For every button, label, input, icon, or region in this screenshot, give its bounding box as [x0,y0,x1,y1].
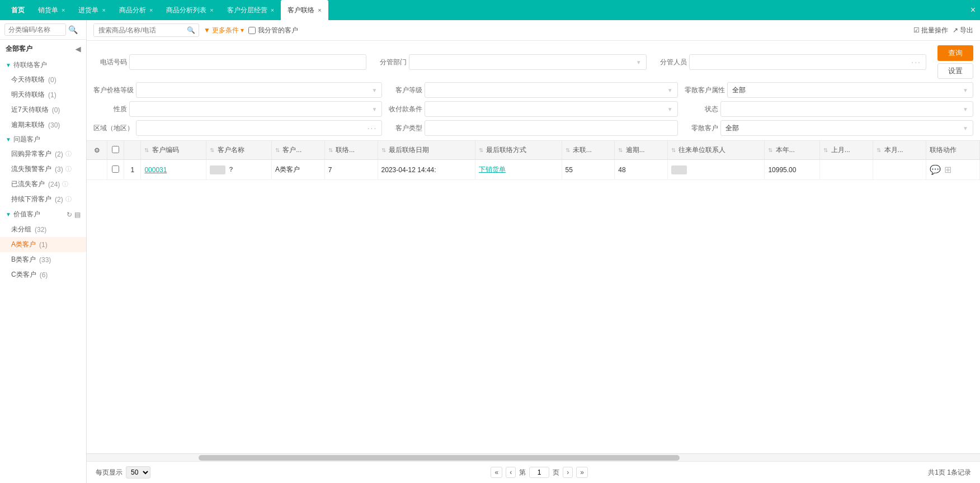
col-code: ⇅ 客户编码 [141,141,206,160]
today-label: 今天待联络 [11,75,45,84]
row-chat-icon[interactable]: 💬 [930,164,941,175]
col-type-label: 客户... [282,146,301,154]
sidebar-item-b-class[interactable]: B类客户 (33) [0,252,86,267]
row-last-date-cell: 2023-04-12 14:44: [378,160,475,180]
filter-search-icon[interactable]: 🔍 [183,24,199,36]
my-customers-checkbox[interactable] [248,27,256,34]
payment-input[interactable]: ▼ [425,101,677,117]
row-year-amount: 10995.00 [768,166,796,174]
nav-tab-sales[interactable]: 销货单 × [31,0,72,20]
filter-search-input[interactable] [94,24,183,36]
phone-input[interactable] [129,54,366,70]
per-page-select[interactable]: 50 [126,466,150,479]
col-settings[interactable]: ⚙ [87,141,107,160]
sidebar-item-churned[interactable]: 已流失客户 (24) ⓘ [0,177,86,192]
row-code[interactable]: 000031 [144,166,167,174]
abnormal-info-icon[interactable]: ⓘ [65,150,72,158]
row-type: A类客户 [275,165,300,173]
a-class-count: (1) [39,241,48,249]
churn-warning-info-icon[interactable]: ⓘ [65,165,72,173]
first-page-btn[interactable]: « [491,467,502,478]
pending-contact-group[interactable]: ▼ 待联络客户 [0,58,86,72]
churned-label: 已流失客户 [11,179,45,189]
sidebar-collapse-icon[interactable]: ◀ [76,45,81,53]
col-biz-contact-label: 往来单位联系人 [679,146,725,154]
customer-type-input[interactable] [425,120,677,136]
page-nav: « ‹ 第 页 › » [491,467,587,478]
close-analysis-icon[interactable]: × [149,7,153,13]
price-level-input[interactable]: ▼ [136,82,382,98]
sidebar-item-today[interactable]: 今天待联络 (0) [0,72,86,87]
value-refresh-icon[interactable]: ↻ [67,211,72,219]
page-number-input[interactable] [529,467,549,478]
nav-tab-home[interactable]: 首页 [4,0,31,20]
value-group-actions[interactable]: ↻ ▤ [67,211,81,219]
prev-page-btn[interactable]: ‹ [506,467,516,478]
sidebar-item-c-class[interactable]: C类客户 (6) [0,267,86,282]
close-customer-seg-icon[interactable]: × [271,7,274,13]
export-btn[interactable]: ↗ 导出 [953,26,973,35]
customer-level-input[interactable]: ▼ [425,82,677,98]
row-num-cell: 1 [124,160,141,180]
select-all-checkbox[interactable] [112,146,119,153]
sidebar-item-declining[interactable]: 持续下滑客户 (2) ⓘ [0,192,86,207]
status-input[interactable]: ▼ [720,101,973,117]
churned-info-icon[interactable]: ⓘ [62,180,68,188]
sidebar-item-overdue[interactable]: 逾期未联络 (30) [0,117,86,132]
col-last-month: ⇅ 上月... [820,141,873,160]
region-label: 区域（地区） [93,124,134,133]
filter-bar: 🔍 ▼ 更多条件 ▾ 我分管的客户 ☑ 批量操作 ↗ 导出 [87,20,980,41]
close-purchase-icon[interactable]: × [102,7,105,13]
problem-customers-group[interactable]: ▼ 问题客户 [0,132,86,146]
top-nav: 首页 销货单 × 进货单 × 商品分析 × 商品分析列表 × 客户分层经营 × … [0,0,980,20]
retail-input[interactable]: 全部 ▼ [720,120,973,136]
close-analysis-list-icon[interactable]: × [210,7,213,13]
col-no-contact: ⇅ 未联... [562,141,615,160]
staff-input[interactable]: ··· [689,54,926,70]
batch-op-btn[interactable]: ☑ 批量操作 [913,26,948,35]
sidebar-item-tomorrow[interactable]: 明天待联络 (1) [0,87,86,102]
export-icon: ↗ [953,26,958,34]
last-page-btn[interactable]: » [576,467,588,478]
home-tab-label: 首页 [11,6,25,15]
value-customers-group[interactable]: ▼ 价值客户 ↻ ▤ [0,207,86,222]
per-page-label: 每页显示 [96,468,123,477]
more-filter-btn[interactable]: ▼ 更多条件 ▾ [204,26,244,35]
sidebar-item-a-class[interactable]: A类客户 (1) [0,237,86,252]
close-customer-contact-icon[interactable]: × [318,7,321,13]
content-area: 🔍 ▼ 更多条件 ▾ 我分管的客户 ☑ 批量操作 ↗ 导出 [87,20,980,483]
sidebar-item-ungrouped[interactable]: 未分组 (32) [0,222,86,237]
nav-tab-customer-contact[interactable]: 客户联络 × [281,0,328,20]
sidebar-search-input[interactable] [4,23,66,36]
horizontal-scrollbar[interactable] [87,453,980,461]
sidebar-all-customers-header: 全部客户 ◀ [0,40,86,58]
nature-input[interactable]: ▼ [129,101,382,117]
nav-tab-analysis-list[interactable]: 商品分析列表 × [159,0,220,20]
value-settings-icon[interactable]: ▤ [74,211,81,219]
dept-input[interactable]: ▼ [409,54,646,70]
retail-attr-input[interactable]: 全部 ▼ [727,82,973,98]
col-last-method: ⇅ 最后联络方式 [475,141,562,160]
nav-tab-purchase[interactable]: 进货单 × [72,0,112,20]
row-no-contact: 55 [566,166,573,174]
query-button[interactable]: 查询 [937,45,973,61]
settings-button[interactable]: 设置 [937,63,973,79]
nav-tab-analysis[interactable]: 商品分析 × [112,0,159,20]
sidebar-item-churn-warning[interactable]: 流失预警客户 (3) ⓘ [0,162,86,177]
region-input[interactable]: ··· [136,120,382,136]
next-page-btn[interactable]: › [563,467,573,478]
close-all-icon[interactable]: × [970,5,976,15]
sidebar-search-icon[interactable]: 🔍 [68,25,78,34]
sidebar-item-abnormal[interactable]: 回购异常客户 (2) ⓘ [0,146,86,162]
nav-tab-customer-seg[interactable]: 客户分层经营 × [220,0,281,20]
row-checkbox[interactable] [112,165,119,173]
close-sales-icon[interactable]: × [62,7,65,13]
row-name-block [210,165,225,174]
filter-row-4: 区域（地区） ··· 客户类型 零散客户 全部 ▼ [93,120,973,136]
sidebar-item-7days[interactable]: 近7天待联络 (0) [0,102,86,117]
horizontal-scrollbar-thumb[interactable] [199,455,680,461]
row-link-icon[interactable]: ⊞ [944,164,951,175]
col-name-label: 客户名称 [218,146,244,154]
row-last-method[interactable]: 下销货单 [479,165,506,173]
declining-info-icon[interactable]: ⓘ [65,195,72,203]
